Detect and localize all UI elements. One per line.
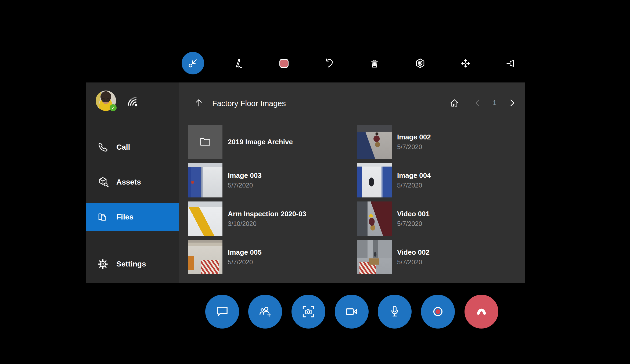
file-item[interactable]: Image 004 5/7/2020 <box>357 163 519 197</box>
file-name: Image 005 <box>228 248 262 257</box>
capture-photo-icon <box>301 304 316 319</box>
file-thumbnail <box>357 201 392 236</box>
file-item[interactable]: Image 005 5/7/2020 <box>188 240 349 274</box>
file-meta: Image 005 5/7/2020 <box>228 240 262 274</box>
file-date: 5/7/2020 <box>397 143 431 151</box>
file-browser-panel: Factory Floor Images 1 <box>179 82 525 283</box>
sidebar-item-label: Call <box>116 143 130 152</box>
add-participant-icon <box>257 304 273 319</box>
record-icon <box>430 304 446 319</box>
file-name: Image 004 <box>397 171 431 180</box>
file-item[interactable]: Image 002 5/7/2020 <box>357 125 519 159</box>
file-thumbnail <box>188 201 222 236</box>
ink-color-button[interactable] <box>278 57 290 70</box>
gear-icon <box>96 258 109 271</box>
end-call-button[interactable] <box>465 295 498 329</box>
file-meta: Arm Inspection 2020-03 3/10/2020 <box>228 201 306 236</box>
ink-tool-button[interactable] <box>231 57 244 70</box>
file-meta: Image 002 5/7/2020 <box>397 125 431 159</box>
page-number: 1 <box>489 99 501 107</box>
file-name: Image 002 <box>397 133 431 141</box>
file-date: 5/7/2020 <box>397 182 431 189</box>
chat-icon <box>214 304 230 319</box>
file-date: 5/7/2020 <box>397 258 430 266</box>
chat-button[interactable] <box>205 295 239 329</box>
microphone-button[interactable] <box>378 295 412 329</box>
file-name: Video 002 <box>397 248 430 257</box>
microphone-icon <box>387 304 402 319</box>
file-date: 5/7/2020 <box>228 182 262 189</box>
home-button[interactable] <box>448 97 460 109</box>
avatar: ✓ <box>96 91 116 111</box>
color-swatch <box>279 59 289 68</box>
file-thumbnail <box>357 163 392 197</box>
up-arrow-icon <box>193 97 205 109</box>
file-item[interactable]: Arm Inspection 2020-03 3/10/2020 <box>188 201 349 236</box>
previous-page-button[interactable] <box>472 97 484 109</box>
sidebar-item-call[interactable]: Call <box>86 133 179 161</box>
undo-button[interactable] <box>323 57 336 70</box>
next-page-button[interactable] <box>506 97 518 109</box>
phone-icon <box>96 141 109 154</box>
spatial-anchor-icon <box>414 57 426 70</box>
file-thumbnail <box>188 240 222 274</box>
end-call-icon <box>474 304 489 319</box>
file-thumbnail <box>188 163 222 197</box>
file-item[interactable]: Image 003 5/7/2020 <box>188 163 349 197</box>
undo-icon <box>323 57 336 70</box>
pin-button[interactable] <box>505 57 518 70</box>
file-thumbnail <box>357 240 392 274</box>
sidebar-item-assets[interactable]: Assets <box>86 168 179 196</box>
file-date: 3/10/2020 <box>228 220 306 228</box>
file-name: Arm Inspection 2020-03 <box>228 210 306 218</box>
sidebar-item-files[interactable]: Files <box>86 203 179 231</box>
video-camera-button[interactable] <box>335 295 369 329</box>
file-name: 2019 Image Archive <box>228 138 293 146</box>
add-participant-button[interactable] <box>248 295 282 329</box>
trash-icon <box>368 57 381 70</box>
move-icon <box>459 57 472 70</box>
folder-icon <box>198 135 213 149</box>
remote-assist-window: ✓ Call <box>86 82 525 283</box>
remote-assist-screen: ✓ Call <box>0 0 630 364</box>
file-meta: Image 004 5/7/2020 <box>397 163 431 197</box>
presence-available-badge: ✓ <box>110 104 117 111</box>
file-meta: Image 003 5/7/2020 <box>228 163 262 197</box>
place-arrow-icon <box>186 56 200 70</box>
file-date: 5/7/2020 <box>228 258 262 266</box>
spatial-anchor-button[interactable] <box>414 57 427 70</box>
signal-strength-icon <box>124 93 139 108</box>
pin-icon <box>505 57 518 70</box>
file-thumbnail <box>357 125 392 159</box>
folder-thumbnail <box>188 125 222 159</box>
sidebar: ✓ Call <box>86 82 179 283</box>
sidebar-item-label: Assets <box>116 178 141 186</box>
folder-document-icon <box>96 211 109 224</box>
file-item[interactable]: Video 001 5/7/2020 <box>357 201 519 236</box>
file-name: Video 001 <box>397 210 430 218</box>
sidebar-item-label: Files <box>116 213 134 221</box>
video-camera-icon <box>344 304 359 319</box>
delete-button[interactable] <box>368 57 381 70</box>
folder-title: Factory Floor Images <box>212 98 286 109</box>
up-folder-button[interactable] <box>193 97 205 109</box>
file-item-folder[interactable]: 2019 Image Archive <box>188 125 349 159</box>
file-name: Image 003 <box>228 171 262 180</box>
file-meta: 2019 Image Archive <box>228 125 293 159</box>
sidebar-item-label: Settings <box>116 260 146 268</box>
file-item[interactable]: Video 002 5/7/2020 <box>357 240 519 274</box>
file-meta: Video 002 5/7/2020 <box>397 240 430 274</box>
record-button[interactable] <box>421 295 455 329</box>
box-wrench-icon <box>96 176 109 189</box>
move-button[interactable] <box>459 57 472 70</box>
chevron-right-icon <box>506 97 518 109</box>
file-date: 5/7/2020 <box>397 220 430 228</box>
ink-pen-icon <box>232 57 244 70</box>
sidebar-item-settings[interactable]: Settings <box>86 250 179 278</box>
capture-photo-button[interactable] <box>291 295 325 329</box>
place-arrow-tool-button[interactable] <box>182 52 204 74</box>
chevron-left-icon <box>472 97 484 109</box>
home-icon <box>448 97 460 109</box>
file-meta: Video 001 5/7/2020 <box>397 201 430 236</box>
